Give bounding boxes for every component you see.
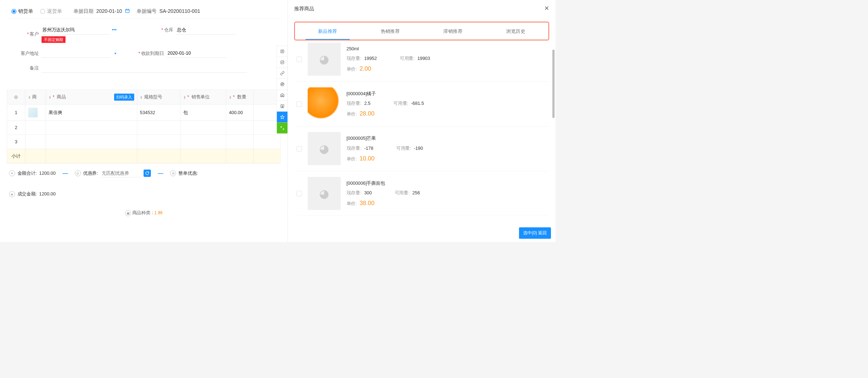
dash-icon: — <box>158 170 163 177</box>
recommend-title: 推荐商品 <box>294 5 314 12</box>
col-spec[interactable]: ▲▼规格型号 <box>137 90 181 104</box>
tab-hot[interactable]: 热销推荐 <box>359 24 422 39</box>
link-icon[interactable] <box>277 68 288 79</box>
account-period-tag: 不固定账期 <box>41 36 65 43</box>
price-label: 单价: <box>347 156 357 161</box>
warehouse-input[interactable] <box>176 25 235 35</box>
select-return-button[interactable]: 选中(0) 返回 <box>519 227 551 239</box>
recommend-header: 推荐商品 ✕ <box>288 0 556 17</box>
svg-rect-0 <box>126 9 129 12</box>
remark-input[interactable] <box>41 63 247 73</box>
remark-field: 备注 <box>9 63 247 73</box>
price-label: 单价: <box>347 66 357 71</box>
star-icon[interactable] <box>277 112 288 123</box>
tab-sales-order[interactable]: 销货单 <box>11 8 33 15</box>
doc-date-value[interactable]: 2020-01-10 <box>96 9 122 15</box>
tab-history[interactable]: 浏览历史 <box>484 24 547 39</box>
row-index: 1 <box>7 104 25 121</box>
scan-input-button[interactable]: 扫码录入 <box>114 93 134 101</box>
product-image: ◕ <box>308 132 341 165</box>
close-icon[interactable]: ✕ <box>544 5 549 12</box>
avail-value: 256 <box>412 190 420 195</box>
ellipsis-icon[interactable]: ••• <box>110 27 118 32</box>
product-name: [0000006]手撕面包 <box>347 180 547 186</box>
row-spec[interactable] <box>137 121 181 135</box>
row-unit[interactable] <box>180 135 226 149</box>
row-product[interactable] <box>46 135 137 149</box>
col-qty[interactable]: ▲▼*数量 <box>226 90 254 104</box>
doc-type-tabs: 销货单 退货单 单据日期 2020-01-10 单据编号 SA-20200110… <box>7 5 281 19</box>
row-unit[interactable] <box>180 121 226 135</box>
coupon-input[interactable] <box>100 169 141 177</box>
expand-icon[interactable] <box>277 123 288 134</box>
tab-new[interactable]: 新品推荐 <box>296 24 359 39</box>
col-unit[interactable]: ▲▼*销售单位 <box>180 90 226 104</box>
settings-column[interactable]: ⚙ <box>7 90 25 104</box>
row-qty[interactable] <box>226 121 254 135</box>
tab-return-order[interactable]: 退货单 <box>40 8 62 15</box>
row-qty[interactable]: 400.00 <box>226 104 254 121</box>
product-item: ◕ [0000005]芒果 现存量:-178 可用量:-190 单价:10.00 <box>294 127 549 171</box>
order-discount: ⊘ 整单优惠: <box>170 170 198 176</box>
product-checkbox[interactable] <box>296 101 302 107</box>
stock-label: 现存量: <box>347 101 362 106</box>
avail-value: -681.5 <box>411 101 424 106</box>
product-checkbox[interactable] <box>296 146 302 151</box>
customer-field: *客户 ••• 不固定账期 <box>9 25 119 43</box>
avail-label: 可用量: <box>395 190 410 195</box>
row-index: 3 <box>7 135 25 149</box>
customer-input[interactable] <box>41 25 110 35</box>
total-value: 1200.00 <box>39 170 56 176</box>
avail-label: 可用量: <box>393 101 408 106</box>
chart-icon[interactable] <box>277 57 288 68</box>
inventory-icon[interactable] <box>277 90 288 101</box>
price-value: 38.00 <box>359 200 374 206</box>
row-qty[interactable] <box>226 135 254 149</box>
refresh-button[interactable] <box>144 170 151 177</box>
table-row[interactable]: 1 果倍爽 534532 包 400.00 <box>7 104 281 121</box>
avail-label: 可用量: <box>396 145 411 150</box>
dash-icon: — <box>62 170 68 177</box>
row-unit[interactable]: 包 <box>180 104 226 121</box>
calendar-icon[interactable] <box>125 8 130 15</box>
gear-icon: ⚙ <box>14 94 18 100</box>
col-image[interactable]: ▲▼商 <box>25 90 46 104</box>
chevron-down-icon[interactable]: ▾ <box>113 51 118 55</box>
currency-icon[interactable] <box>277 101 288 112</box>
product-image <box>308 87 341 121</box>
table-row[interactable]: 3 <box>7 135 281 149</box>
doc-date-label: 单据日期 <box>73 8 93 15</box>
swap-icon[interactable] <box>277 79 288 90</box>
col-product[interactable]: ▲▼*商品扫码录入 <box>46 90 137 104</box>
row-product[interactable]: 果倍爽 <box>46 104 137 121</box>
product-name: [0000004]橘子 <box>347 91 547 97</box>
price-label: 单价: <box>347 112 357 117</box>
price-value: 10.00 <box>359 155 374 162</box>
customer-address-input[interactable] <box>41 48 110 58</box>
stock-label: 现存量: <box>347 145 362 150</box>
vertical-toolbar <box>277 46 288 134</box>
product-checkbox[interactable] <box>296 191 302 196</box>
product-list[interactable]: ◕ 250ml 现存量:19952 可用量:19903 单价:2.00 [000… <box>288 40 556 224</box>
list-icon[interactable] <box>277 46 288 57</box>
svg-point-3 <box>281 82 284 86</box>
row-thumb <box>25 104 46 121</box>
stock-label: 现存量: <box>347 190 362 195</box>
product-checkbox[interactable] <box>296 56 302 62</box>
row-spec[interactable] <box>137 135 181 149</box>
scrollbar-thumb[interactable] <box>552 50 555 118</box>
table-row[interactable]: 2 <box>7 121 281 135</box>
product-kind-summary: ▣ 商品种类 : 1 种 <box>7 203 281 223</box>
tab-slow[interactable]: 滞销推荐 <box>422 24 484 39</box>
due-date-input[interactable] <box>167 48 226 58</box>
tab-return-label: 退货单 <box>47 8 62 15</box>
doc-no-value: SA-20200110-001 <box>159 9 200 15</box>
deal-icon: ◈ <box>9 191 15 197</box>
row-product[interactable] <box>46 121 137 135</box>
product-image: ◕ <box>308 177 341 210</box>
row-index: 2 <box>7 121 25 135</box>
product-item: ◕ 250ml 现存量:19952 可用量:19903 单价:2.00 <box>294 43 549 82</box>
yen-icon: ¥ <box>9 170 15 176</box>
product-item: [0000004]橘子 现存量:2.5 可用量:-681.5 单价:28.00 <box>294 82 549 126</box>
row-spec[interactable]: 534532 <box>137 104 181 121</box>
